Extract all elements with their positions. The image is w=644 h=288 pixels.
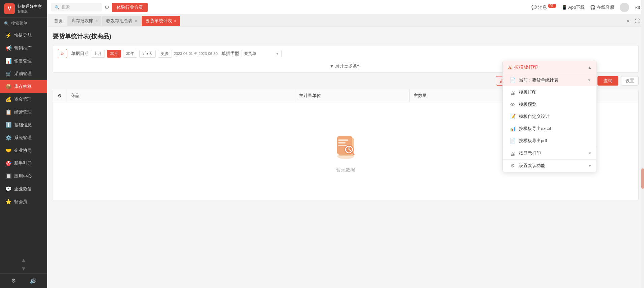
- sidebar-search[interactable]: 🔍 搜索菜单: [0, 18, 47, 29]
- settings-button[interactable]: 设置: [621, 76, 639, 86]
- sidebar-item-label: 营销推广: [14, 45, 32, 51]
- sidebar-item-label: 企业微信: [14, 186, 32, 192]
- sidebar-item-operation[interactable]: 📋 经营管理: [0, 106, 47, 119]
- table-settings-icon[interactable]: ⚙: [58, 93, 62, 98]
- popup-template-custom-icon: 📝: [509, 114, 516, 120]
- popup-item-template-export-pdf[interactable]: 📄 按模板导出pdf: [503, 135, 596, 147]
- filter-expand-btn[interactable]: ▼ 展开更多条件: [330, 63, 362, 69]
- topbar-gear-icon[interactable]: ⚙: [105, 4, 109, 10]
- popup-section-display-print: 🖨 按显示打印 ▼: [503, 147, 596, 159]
- query-button[interactable]: 查询: [597, 76, 618, 86]
- popup-item-template-export-excel[interactable]: 📊 按模板导出excel: [503, 123, 596, 135]
- sidebar-item-basic[interactable]: ℹ️ 基础信息: [0, 119, 47, 131]
- th-settings[interactable]: ⚙: [53, 89, 66, 102]
- svg-rect-5: [338, 145, 347, 146]
- popup-template-preview-icon: 👁: [509, 102, 516, 107]
- message-label: 消息: [538, 5, 547, 10]
- date-btn-more[interactable]: 更多: [158, 50, 172, 58]
- tab-close-icon[interactable]: ×: [135, 19, 137, 23]
- tab-receivable-summary[interactable]: 收发存汇总表 ×: [102, 16, 141, 26]
- popup-current-template[interactable]: 📄 当前：要货单统计表 ▼: [503, 74, 596, 86]
- tab-end-buttons: × ⛶: [624, 17, 641, 25]
- sidebar-item-wechat[interactable]: 💬 企业微信: [0, 183, 47, 195]
- popup-template-print-icon: 🖨: [509, 90, 516, 95]
- topbar: 🔍 搜索 ⚙ 体验行业方案 💬 消息 99+ 📱 App下载 🎧 在线客服 Ri…: [47, 0, 644, 15]
- app-download-btn[interactable]: 📱 App下载: [562, 4, 585, 10]
- sidebar-item-label: 采购管理: [14, 71, 32, 77]
- right-scrollbar[interactable]: [641, 0, 644, 288]
- marketing-icon: 📢: [5, 45, 11, 51]
- sidebar-item-sales[interactable]: 📊 销售管理: [0, 55, 47, 67]
- sidebar-item-purchase[interactable]: 🛒 采购管理: [0, 67, 47, 80]
- online-service-btn[interactable]: 🎧 在线客服: [590, 4, 614, 10]
- popup-set-default-item[interactable]: ⚙ 设置默认功能 ▼: [503, 160, 596, 172]
- date-btn-this-month[interactable]: 本月: [107, 50, 121, 58]
- popup-item-label: 按模板导出excel: [519, 126, 551, 132]
- content-area: 要货单统计表(按商品) » 单据日期 上月 本月 本年 近7天 更多 2023-…: [47, 27, 644, 288]
- date-btn-7days[interactable]: 近7天: [139, 50, 156, 58]
- popup-item-label: 按模板导出pdf: [519, 138, 547, 144]
- tab-label: 收发存汇总表: [106, 18, 133, 24]
- tab-maximize-btn[interactable]: ⛶: [633, 17, 641, 25]
- popup-section-set-default: ⚙ 设置默认功能 ▼: [503, 159, 596, 172]
- popup-header-right: ▲: [588, 65, 592, 70]
- tab-label: 库存批次账: [71, 18, 93, 24]
- popup-template-icon: 📄: [509, 77, 516, 83]
- basic-icon: ℹ️: [5, 122, 11, 128]
- avatar[interactable]: [620, 3, 629, 12]
- th-unit: 主计量单位: [295, 89, 409, 102]
- popup-display-print-item[interactable]: 🖨 按显示打印 ▼: [503, 147, 596, 159]
- popup-item-label: 模板自定义设计: [519, 114, 550, 120]
- operation-icon: 📋: [5, 109, 11, 115]
- tab-close-icon[interactable]: ×: [95, 19, 97, 23]
- sidebar-item-label: 基础信息: [14, 122, 32, 128]
- sidebar-scroll-up[interactable]: ▲: [21, 257, 26, 263]
- svg-rect-3: [338, 139, 348, 141]
- popup-print-icon: 🖨: [507, 65, 512, 70]
- trial-button[interactable]: 体验行业方案: [112, 3, 148, 12]
- type-select[interactable]: 要货单: [241, 50, 282, 57]
- sidebar-item-quicknav[interactable]: ⚡ 快捷导航: [0, 29, 47, 42]
- sidebar-item-collab[interactable]: 🤝 企业协同: [0, 144, 47, 157]
- purchase-icon: 🛒: [5, 71, 11, 77]
- tab-label: 要货单统计表: [146, 18, 172, 24]
- popup-item-label: 模板打印: [519, 89, 536, 95]
- date-btn-last-month[interactable]: 上月: [91, 50, 105, 58]
- tab-close-icon[interactable]: ×: [174, 19, 176, 23]
- popup-item-template-print[interactable]: 🖨 模板打印: [503, 86, 596, 98]
- sidebar-item-funds[interactable]: 💰 资金管理: [0, 93, 47, 106]
- sidebar-item-member[interactable]: ⭐ 畅会员: [0, 195, 47, 208]
- sidebar-item-guide[interactable]: 🎯 新手引导: [0, 157, 47, 170]
- message-btn[interactable]: 💬 消息 99+: [531, 4, 556, 10]
- sidebar-settings-icon[interactable]: ⚙: [11, 278, 16, 284]
- sidebar-item-label: 销售管理: [14, 58, 32, 64]
- sidebar-item-marketing[interactable]: 📢 营销推广: [0, 42, 47, 55]
- tab-close-window-btn[interactable]: ×: [624, 17, 632, 25]
- popup-item-template-custom[interactable]: 📝 模板自定义设计: [503, 110, 596, 123]
- sidebar-scroll-down[interactable]: ▼: [21, 266, 26, 272]
- topbar-search[interactable]: 🔍 搜索: [51, 3, 102, 11]
- sidebar-search-label: 搜索菜单: [11, 21, 27, 26]
- popup-chevron-icon[interactable]: ▲: [588, 65, 592, 70]
- popup-current-label: 当前：要货单统计表: [519, 77, 558, 83]
- popup-section-left: 🖨 按显示打印: [509, 150, 541, 156]
- popup-title: 按模板打印: [514, 64, 538, 70]
- popup-template-pdf-icon: 📄: [509, 138, 516, 144]
- sidebar-item-inventory[interactable]: 📦 库存核算: [0, 80, 47, 93]
- main-area: 🔍 搜索 ⚙ 体验行业方案 💬 消息 99+ 📱 App下载 🎧 在线客服 Ri…: [47, 0, 644, 288]
- tab-requisition-stat[interactable]: 要货单统计表 ×: [142, 16, 180, 26]
- tab-inventory-batch[interactable]: 库存批次账 ×: [67, 16, 101, 26]
- apps-icon: 🔲: [5, 173, 11, 179]
- sidebar-sound-icon[interactable]: 🔊: [30, 278, 36, 284]
- tab-home[interactable]: 首页: [50, 17, 67, 25]
- filter-expand-icon-btn[interactable]: »: [58, 49, 67, 58]
- sidebar-nav: ⚡ 快捷导航 📢 营销推广 📊 销售管理 🛒 采购管理 📦 库存核算 💰 资金管…: [0, 29, 47, 256]
- sidebar-item-system[interactable]: ⚙️ 系统管理: [0, 131, 47, 144]
- sidebar-item-apps[interactable]: 🔲 应用中心: [0, 170, 47, 183]
- date-btn-this-year[interactable]: 本年: [123, 50, 137, 58]
- collab-icon: 🤝: [5, 148, 11, 154]
- th-product: 商品: [66, 89, 295, 102]
- sidebar-item-label: 应用中心: [14, 173, 32, 179]
- popup-item-template-preview[interactable]: 👁 模板预览: [503, 98, 596, 110]
- date-filter: 单据日期 上月 本月 本年 近7天 更多 2023-06-01 至 2023-0…: [71, 50, 217, 58]
